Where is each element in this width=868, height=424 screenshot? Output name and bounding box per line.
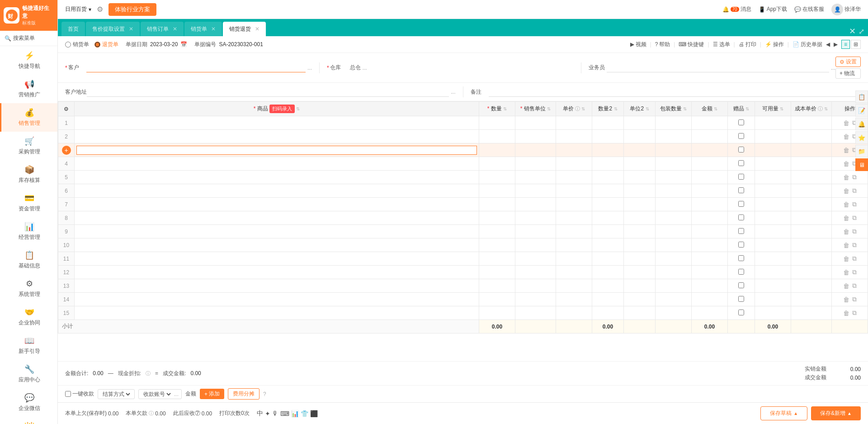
radio-sales[interactable]: 销货单	[65, 41, 89, 48]
settings-btn[interactable]: ⚙ 设置	[835, 57, 861, 67]
delete-row-icon[interactable]: 🗑	[843, 296, 849, 303]
address-input[interactable]	[87, 87, 449, 97]
delete-row-icon[interactable]: 🗑	[843, 201, 849, 208]
info-icon[interactable]: ⓘ	[575, 106, 580, 111]
sort-icon[interactable]: ⇅	[683, 106, 687, 111]
copy-row-icon[interactable]: ⧉	[852, 187, 857, 195]
taskbar-icon-6[interactable]: 👕	[301, 410, 308, 417]
select-btn[interactable]: ☰ 选单	[713, 41, 730, 48]
help-btn[interactable]: ? 帮助	[655, 41, 670, 48]
col-settings[interactable]: ⚙	[58, 102, 75, 116]
gift-checkbox[interactable]	[738, 201, 744, 207]
sidebar-item-collab[interactable]: 🤝 企业协同	[0, 303, 57, 331]
mini-tool-5[interactable]: 📁	[855, 145, 868, 157]
one-click-checkbox-input[interactable]	[65, 391, 71, 397]
copy-row-icon[interactable]: ⧉	[852, 200, 857, 208]
radio-return[interactable]: 退货单	[94, 41, 118, 48]
sidebar-item-operations[interactable]: 📊 经营管理	[0, 217, 57, 246]
payment-method-select[interactable]: 结算方式	[101, 391, 132, 398]
online-service-btn[interactable]: 💬 在线客服	[794, 5, 824, 13]
copy-row-icon[interactable]: ⧉	[852, 214, 857, 222]
sort-icon[interactable]: ⇅	[646, 106, 649, 111]
sidebar-item-inventory[interactable]: 📦 库存核算	[0, 160, 57, 189]
prev-history-icon[interactable]: ◀	[826, 41, 830, 48]
product-input[interactable]	[76, 146, 477, 155]
mini-tool-1[interactable]: 📋	[855, 91, 868, 103]
video-btn[interactable]: ▶ 视频	[630, 41, 646, 48]
next-history-icon[interactable]: ▶	[834, 41, 838, 48]
gift-checkbox[interactable]	[738, 187, 744, 193]
delete-row-icon[interactable]: 🗑	[843, 119, 849, 127]
owe-info-icon[interactable]: ⓘ	[149, 410, 154, 417]
sort-icon[interactable]: ⇅	[714, 106, 717, 111]
copy-row-icon[interactable]: ⧉	[852, 173, 857, 181]
calendar-icon[interactable]: 📅	[180, 41, 187, 48]
sort-icon[interactable]: ⇅	[296, 106, 300, 111]
tab-close-icon[interactable]: ✕	[173, 26, 177, 32]
gift-checkbox[interactable]	[738, 242, 744, 248]
sidebar-item-guide[interactable]: 📖 新手引导	[0, 331, 57, 360]
add-row-button[interactable]: +	[62, 146, 71, 155]
sidebar-item-finance[interactable]: 💳 资金管理	[0, 189, 57, 217]
customer-input[interactable]	[86, 63, 306, 72]
scan-button[interactable]: 扫码录入	[269, 105, 295, 113]
tab-close-icon[interactable]: ✕	[255, 26, 259, 32]
sort-icon[interactable]: ⇅	[824, 106, 828, 111]
sidebar-item-sales[interactable]: 💰 销售管理	[0, 103, 57, 132]
close-tab-icon[interactable]: ✕	[849, 26, 856, 36]
gift-checkbox[interactable]	[738, 160, 744, 166]
user-profile-btn[interactable]: 👤 徐泽华	[831, 4, 861, 15]
tab-home[interactable]: 首页	[61, 22, 85, 36]
mini-tool-4[interactable]: ⭐	[855, 131, 868, 144]
sidebar-item-system[interactable]: ⚙ 系统管理	[0, 274, 57, 303]
delete-row-icon[interactable]: 🗑	[843, 269, 849, 276]
delete-row-icon[interactable]: 🗑	[843, 133, 849, 140]
gift-checkbox[interactable]	[738, 269, 744, 275]
notification-btn[interactable]: 🔔 70 消息	[722, 5, 751, 13]
copy-row-icon[interactable]: ⧉	[852, 268, 857, 276]
print-btn[interactable]: 🖨 打印	[739, 41, 756, 48]
sidebar-item-member[interactable]: 👑 畅会员	[0, 417, 57, 424]
payment-account-select[interactable]: 收款账号	[142, 391, 172, 398]
logistics-btn[interactable]: + 物流	[835, 68, 861, 79]
delete-row-icon[interactable]: 🗑	[843, 255, 849, 262]
delete-row-icon[interactable]: 🗑	[843, 147, 849, 154]
delete-row-icon[interactable]: 🗑	[843, 228, 849, 235]
save-draft-button[interactable]: 保存草稿 ▲	[760, 406, 807, 420]
history-btn[interactable]: 📄 历史单据	[793, 41, 822, 48]
gift-checkbox[interactable]	[738, 147, 744, 152]
gift-checkbox[interactable]	[738, 133, 744, 139]
copy-row-icon[interactable]: ⧉	[852, 228, 857, 235]
taskbar-icon-2[interactable]: ✦	[265, 410, 270, 417]
delete-row-icon[interactable]: 🗑	[843, 242, 849, 249]
taskbar-icon-4[interactable]: ⌨	[280, 410, 289, 417]
delete-row-icon[interactable]: 🗑	[843, 310, 849, 317]
delete-row-icon[interactable]: 🗑	[843, 160, 849, 167]
staff-selector-icon[interactable]: ...	[831, 65, 835, 71]
tab-sales[interactable]: 销货单 ✕	[184, 22, 222, 36]
staff-input[interactable]	[607, 63, 829, 72]
delete-row-icon[interactable]: 🗑	[843, 187, 849, 195]
gift-checkbox[interactable]	[738, 119, 744, 125]
delete-row-icon[interactable]: 🗑	[843, 282, 849, 290]
customer-selector-icon[interactable]: ...	[307, 65, 312, 71]
save-new-button[interactable]: 保存&新增 ▲	[811, 406, 861, 420]
note-input[interactable]	[489, 87, 861, 97]
fee-split-btn[interactable]: 费用分摊	[228, 388, 259, 400]
mini-tool-6[interactable]: 🖥	[855, 158, 868, 171]
fullscreen-icon[interactable]: ⤢	[859, 27, 864, 36]
app-download-btn[interactable]: 📱 App下载	[759, 5, 787, 13]
one-click-payment-checkbox[interactable]: 一键收款	[65, 390, 94, 398]
tab-sales-order[interactable]: 销售订单 ✕	[141, 22, 184, 36]
taskbar-icon-3[interactable]: 🎙	[272, 410, 278, 417]
sidebar-item-nav[interactable]: ⚡ 快捷导航	[0, 46, 57, 75]
delete-row-icon[interactable]: 🗑	[843, 174, 849, 181]
gift-checkbox[interactable]	[738, 310, 744, 315]
warehouse-selector-icon[interactable]: ...	[363, 65, 367, 71]
taskbar-icon-5[interactable]: 📊	[291, 410, 299, 417]
sort-icon[interactable]: ⇅	[503, 106, 507, 111]
gift-checkbox[interactable]	[738, 174, 744, 180]
sort-icon[interactable]: ⇅	[614, 106, 618, 111]
card-view-btn[interactable]: ⊞	[851, 40, 861, 49]
sort-icon[interactable]: ⇅	[780, 106, 783, 111]
